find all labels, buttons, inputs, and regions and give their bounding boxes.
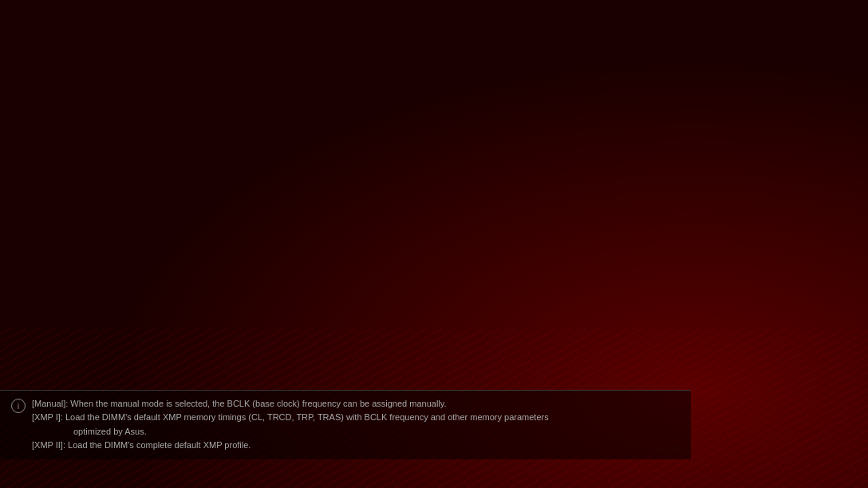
info-line-3: [XMP II]: Load the DIMM's complete defau… [32,439,678,453]
info-line-2b: optimized by Asus. [32,425,678,439]
info-icon: i [11,399,26,413]
info-box: i [Manual]: When the manual mode is sele… [0,390,691,459]
info-text: [Manual]: When the manual mode is select… [32,397,678,453]
info-line-2: [XMP I]: Load the DIMM's default XMP mem… [32,411,678,425]
info-line-1: [Manual]: When the manual mode is select… [32,397,678,411]
